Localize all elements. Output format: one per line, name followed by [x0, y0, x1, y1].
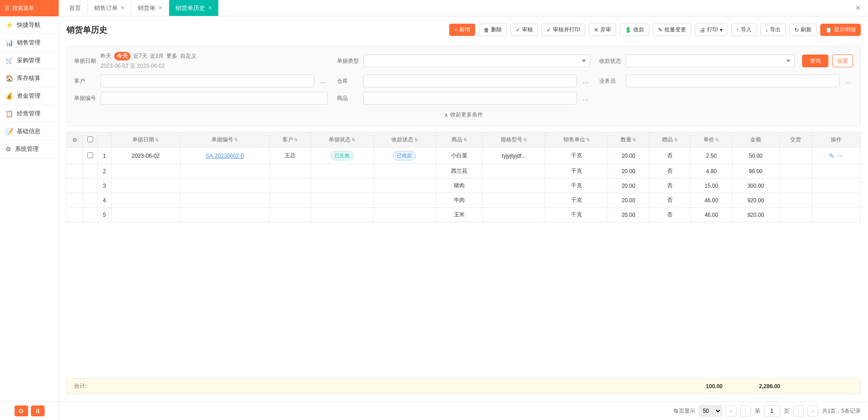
- date-more[interactable]: 更多: [166, 52, 177, 60]
- goods-filter-dots[interactable]: ...: [581, 94, 590, 102]
- sidebar-collapse-btn[interactable]: ⏸: [31, 405, 45, 416]
- filter-date: 单据日期 昨天 今天 近7天 近1月 更多 自定义 2023-06-02 至 2…: [74, 52, 328, 70]
- page-input[interactable]: [764, 405, 780, 416]
- print-button[interactable]: 🖨 打印 ▾: [695, 24, 728, 36]
- filter-settings-button[interactable]: 设置: [832, 55, 853, 67]
- tab-sales-order[interactable]: 销售订单 ✕: [88, 0, 131, 16]
- filter-row-2: 客户 ... 仓库 ... 业务员 ...: [74, 75, 853, 87]
- sidebar-item-quick-nav[interactable]: ⚡ 快捷导航: [0, 16, 59, 34]
- sidebar-item-operations[interactable]: 📋 经营管理: [0, 105, 59, 123]
- warehouse-filter-dots[interactable]: ...: [581, 77, 590, 85]
- warehouse-filter-input[interactable]: [363, 75, 577, 87]
- tab-sales-goods-close[interactable]: ✕: [158, 5, 162, 11]
- col-amount[interactable]: 金额: [732, 132, 779, 148]
- payment-filter-select[interactable]: [626, 55, 795, 67]
- first-page-btn[interactable]: «: [726, 405, 737, 416]
- show-detail-button[interactable]: 📋 显示明细: [820, 24, 861, 36]
- cell-unit-price: 46.00: [691, 193, 732, 208]
- cell-spec: [482, 164, 545, 179]
- col-date[interactable]: 单据日期⇅: [111, 132, 181, 148]
- cell-goods: 小白菜: [436, 148, 483, 164]
- col-payment-status[interactable]: 收款状态⇅: [373, 132, 436, 148]
- export-button[interactable]: ↓ 导出: [760, 24, 786, 36]
- audit-button[interactable]: ✓ 审核: [511, 24, 538, 36]
- col-qty[interactable]: 数量⇅: [608, 132, 649, 148]
- tab-sales-order-close[interactable]: ✕: [120, 5, 125, 11]
- sidebar-settings-btn[interactable]: ⚙: [15, 405, 28, 416]
- salesperson-filter-dots[interactable]: ...: [843, 77, 853, 85]
- filter-payment: 收款状态 查询 设置: [599, 55, 853, 67]
- cell-qty: 20.00: [608, 164, 649, 179]
- cell-customer: [269, 164, 311, 179]
- salesperson-filter-input[interactable]: [626, 75, 839, 87]
- delete-button[interactable]: 🗑 删除: [479, 24, 507, 36]
- new-button[interactable]: + 新增: [449, 24, 475, 36]
- batch-change-button[interactable]: ✎ 批量变更: [653, 24, 691, 36]
- row-checkbox[interactable]: [87, 152, 93, 158]
- date-7days[interactable]: 近7天: [133, 52, 147, 60]
- cell-spec: [482, 193, 545, 208]
- sidebar-item-finance[interactable]: 💰 资金管理: [0, 87, 59, 105]
- summary-row: 合计: 100.00 2,286.00: [66, 378, 861, 394]
- sidebar-item-label: 系统管理: [15, 145, 39, 153]
- import-icon: ↑: [736, 27, 739, 33]
- doc-no-filter-input[interactable]: [100, 92, 328, 105]
- query-button[interactable]: 查询: [802, 55, 828, 67]
- prev-page-btn[interactable]: ‹: [740, 405, 751, 416]
- col-settings[interactable]: ⚙: [67, 132, 83, 148]
- more-op-icon[interactable]: ⋯: [836, 152, 845, 160]
- tab-sales-history[interactable]: 销货单历史 ✕: [169, 0, 219, 16]
- sidebar-item-basic-info[interactable]: 📝 基础信息: [0, 123, 59, 140]
- sidebar-item-purchase-mgmt[interactable]: 🛒 采购管理: [0, 52, 59, 70]
- tab-close-all[interactable]: ✕: [851, 4, 864, 12]
- finance-icon: 💰: [5, 92, 13, 100]
- sidebar-search[interactable]: ☰ 搜索菜单: [0, 0, 59, 16]
- tab-sales-history-close[interactable]: ✕: [208, 5, 212, 11]
- collapse-button[interactable]: ∧ 收起更多条件: [74, 109, 853, 120]
- cell-goods: 猪肉: [436, 179, 483, 193]
- goods-filter-label: 商品: [337, 95, 360, 102]
- select-all-checkbox[interactable]: [87, 136, 93, 142]
- date-yesterday[interactable]: 昨天: [100, 52, 111, 60]
- customer-filter-dots[interactable]: ...: [318, 77, 327, 85]
- goods-filter-input[interactable]: [363, 92, 577, 105]
- import-button[interactable]: ↑ 导入: [731, 24, 757, 36]
- sidebar-item-system[interactable]: ⚙ 系统管理: [0, 140, 59, 158]
- tab-home[interactable]: 首页: [63, 0, 88, 16]
- last-page-btn[interactable]: »: [808, 405, 818, 416]
- col-customer[interactable]: 客户⇅: [269, 132, 311, 148]
- cell-settings: [67, 208, 83, 222]
- page-size-select[interactable]: 50 100: [699, 405, 722, 416]
- date-1month[interactable]: 近1月: [150, 52, 164, 60]
- sidebar-item-inventory[interactable]: 🏠 库存核算: [0, 70, 59, 87]
- col-spec[interactable]: 规格型号⇅: [482, 132, 545, 148]
- tab-sales-goods[interactable]: 销货单 ✕: [131, 0, 169, 16]
- doc-no-link[interactable]: SA-20230602-0: [206, 153, 244, 159]
- date-today[interactable]: 今天: [114, 52, 130, 60]
- abandon-icon: ✕: [594, 27, 598, 33]
- col-unit-price[interactable]: 单价⇅: [691, 132, 732, 148]
- audit-print-label: 审核并打印: [553, 26, 580, 34]
- cell-checkbox: [83, 193, 98, 208]
- tab-sales-history-label: 销货单历史: [176, 4, 205, 12]
- col-goods[interactable]: 商品⇅: [436, 132, 483, 148]
- date-custom[interactable]: 自定义: [180, 52, 196, 60]
- collect-button[interactable]: 💲 收款: [620, 24, 649, 36]
- table-row: 4 牛肉 千克 20.00 否 46.00 920.00: [67, 193, 861, 208]
- col-index: [98, 132, 111, 148]
- col-doc-status[interactable]: 单据状态⇅: [311, 132, 373, 148]
- type-filter-select[interactable]: [363, 55, 591, 67]
- edit-op-icon[interactable]: ✎: [828, 152, 836, 160]
- col-unit[interactable]: 销售单位⇅: [545, 132, 608, 148]
- cell-index: 5: [98, 208, 111, 222]
- page-size-label: 每页显示: [673, 407, 695, 415]
- sidebar-item-sales-mgmt[interactable]: 📊 销售管理: [0, 34, 59, 52]
- audit-print-button[interactable]: ✓ 审核并打印: [542, 24, 585, 36]
- customer-filter-input[interactable]: [100, 75, 314, 87]
- abandon-button[interactable]: ✕ 弃审: [589, 24, 616, 36]
- col-gift[interactable]: 赠品⇅: [649, 132, 691, 148]
- col-doc-no[interactable]: 单据编号⇅: [180, 132, 269, 148]
- next-page-btn[interactable]: ›: [793, 405, 804, 416]
- refresh-button[interactable]: ↻ 刷新: [789, 24, 817, 36]
- content-area: 销货单历史 + 新增 🗑 删除 ✓ 审核 ✓ 审核并打印: [59, 16, 868, 401]
